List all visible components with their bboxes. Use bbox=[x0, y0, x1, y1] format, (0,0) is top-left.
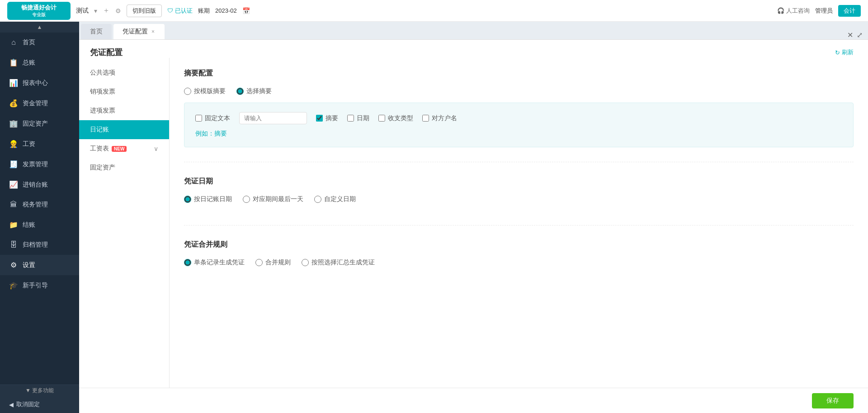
sidebar-item-payroll[interactable]: 👷 工资 bbox=[0, 134, 79, 154]
sidebar-item-tax[interactable]: 🏛 税务管理 bbox=[0, 195, 79, 215]
checkbox-counterparty-label[interactable]: 对方户名 bbox=[422, 114, 457, 122]
refresh-icon: ↻ bbox=[835, 49, 840, 56]
radio-template-input[interactable] bbox=[184, 88, 191, 95]
fixed-text-input[interactable] bbox=[239, 112, 307, 124]
checkbox-summary-input[interactable] bbox=[316, 115, 323, 122]
admin-label[interactable]: 管理员 bbox=[815, 7, 833, 15]
switch-version-button[interactable]: 切到旧版 bbox=[127, 5, 162, 17]
page-title: 凭证配置 bbox=[90, 47, 123, 58]
sidebar-item-label: 新手引导 bbox=[23, 282, 48, 290]
example-text: 例如：摘要 bbox=[195, 130, 842, 138]
tab-expand-icon[interactable]: ⤢ bbox=[857, 31, 863, 39]
bottom-save-bar: 保存 bbox=[79, 388, 868, 413]
sales-ledger-icon: 📈 bbox=[9, 180, 18, 189]
radio-journal-date-input[interactable] bbox=[184, 196, 191, 203]
radio-single-text: 单条记录生成凭证 bbox=[194, 258, 245, 267]
accountant-button[interactable]: 会计 bbox=[838, 5, 861, 17]
left-nav-public[interactable]: 公共选项 bbox=[79, 63, 169, 82]
radio-single-label[interactable]: 单条记录生成凭证 bbox=[184, 258, 245, 267]
sidebar-item-sales-ledger[interactable]: 📈 进销台账 bbox=[0, 174, 79, 195]
tab-close-icon[interactable]: × bbox=[151, 28, 156, 35]
sidebar-item-label: 固定资产 bbox=[23, 120, 48, 128]
sidebar-item-label: 总账 bbox=[23, 59, 35, 67]
radio-custom-date-label[interactable]: 自定义日期 bbox=[314, 195, 356, 203]
radio-aggregate-label[interactable]: 按照选择汇总生成凭证 bbox=[302, 258, 375, 267]
logo-subtitle: 专业版 bbox=[32, 12, 46, 18]
tab-bar-actions: ✕ ⤢ bbox=[842, 31, 868, 39]
sidebar: ▲ ⌂ 首页 📋 总账 📊 报表中心 💰 资金管理 🏢 固定资产 👷 工资 🧾 … bbox=[0, 22, 79, 413]
radio-select-text: 选择摘要 bbox=[246, 87, 272, 95]
radio-select-label[interactable]: 选择摘要 bbox=[236, 87, 272, 95]
checkbox-fixed-text-label[interactable]: 固定文本 bbox=[195, 114, 230, 122]
sidebar-scroll-up[interactable]: ▲ bbox=[0, 22, 79, 33]
gear-icon[interactable]: ⚙ bbox=[115, 7, 121, 14]
ledger-icon: 📋 bbox=[9, 58, 18, 67]
checkbox-counterparty-text: 对方户名 bbox=[432, 114, 457, 122]
section-abstract-title: 摘要配置 bbox=[184, 69, 854, 78]
checkbox-counterparty-input[interactable] bbox=[422, 115, 429, 122]
radio-aggregate-input[interactable] bbox=[302, 259, 309, 266]
tab-home[interactable]: 首页 bbox=[81, 24, 112, 39]
right-content: 摘要配置 按模版摘要 选择摘要 bbox=[170, 58, 868, 388]
sidebar-item-label: 税务管理 bbox=[23, 201, 48, 209]
page-content: 凭证配置 ↻ 刷新 公共选项 销项发票 bbox=[79, 40, 868, 413]
radio-custom-date-input[interactable] bbox=[314, 196, 321, 203]
sidebar-item-label: 结账 bbox=[23, 221, 35, 229]
checkbox-summary-text: 摘要 bbox=[326, 114, 338, 122]
sidebar-item-guide[interactable]: 🎓 新手引导 bbox=[0, 275, 79, 296]
radio-last-day-input[interactable] bbox=[243, 196, 250, 203]
left-nav: 公共选项 销项发票 进项发票 日记账 工资表 bbox=[79, 58, 170, 388]
calendar-icon[interactable]: 📅 bbox=[242, 7, 250, 14]
sidebar-item-closing[interactable]: 📁 结账 bbox=[0, 215, 79, 235]
radio-single-input[interactable] bbox=[184, 259, 191, 266]
checkbox-pay-type-input[interactable] bbox=[378, 115, 385, 122]
left-nav-journal[interactable]: 日记账 bbox=[79, 120, 169, 139]
tab-bar: 首页 凭证配置 × ✕ ⤢ bbox=[79, 22, 868, 40]
radio-template-label[interactable]: 按模版摘要 bbox=[184, 87, 226, 95]
tab-close-window-icon[interactable]: ✕ bbox=[847, 31, 853, 39]
sidebar-item-label: 设置 bbox=[23, 261, 35, 269]
left-nav-purchase-invoice[interactable]: 进项发票 bbox=[79, 101, 169, 120]
company-dropdown-icon[interactable]: ▾ bbox=[94, 7, 97, 14]
radio-select-input[interactable] bbox=[236, 88, 244, 95]
example-prefix: 例如： bbox=[195, 130, 214, 137]
checkbox-fixed-text-input[interactable] bbox=[195, 115, 202, 122]
date-radio-group: 按日记账日期 对应期间最后一天 自定义日期 bbox=[184, 195, 854, 203]
section-merge: 凭证合并规则 单条记录生成凭证 合并规则 bbox=[184, 240, 854, 288]
shield-icon: 🛡 bbox=[167, 7, 173, 14]
left-nav-fixed-assets[interactable]: 固定资产 bbox=[79, 158, 169, 177]
radio-merge-input[interactable] bbox=[255, 259, 263, 266]
left-nav-payroll-table[interactable]: 工资表 NEW ∨ bbox=[79, 139, 169, 158]
checkbox-summary-label[interactable]: 摘要 bbox=[316, 114, 338, 122]
cancel-fixed-button[interactable]: ◀ 取消固定 bbox=[0, 396, 79, 413]
cancel-fixed-label: 取消固定 bbox=[16, 400, 40, 408]
sidebar-item-settings[interactable]: ⚙ 设置 bbox=[0, 255, 79, 275]
tab-voucher-config[interactable]: 凭证配置 × bbox=[113, 24, 165, 39]
checkbox-date-label[interactable]: 日期 bbox=[347, 114, 369, 122]
save-button[interactable]: 保存 bbox=[812, 393, 854, 408]
sidebar-item-label: 工资 bbox=[23, 140, 35, 148]
sidebar-item-ledger[interactable]: 📋 总账 bbox=[0, 52, 79, 73]
sidebar-item-label: 首页 bbox=[23, 38, 35, 47]
refresh-button[interactable]: ↻ 刷新 bbox=[835, 48, 854, 56]
content-area: 首页 凭证配置 × ✕ ⤢ 凭证配置 ↻ 刷新 bbox=[79, 22, 868, 413]
sidebar-item-archive[interactable]: 🗄 归档管理 bbox=[0, 235, 79, 255]
radio-aggregate-text: 按照选择汇总生成凭证 bbox=[311, 258, 375, 267]
sidebar-item-assets[interactable]: 🏢 固定资产 bbox=[0, 113, 79, 134]
add-icon[interactable]: ＋ bbox=[103, 6, 110, 15]
checkbox-pay-type-label[interactable]: 收支类型 bbox=[378, 114, 413, 122]
sidebar-item-invoice[interactable]: 🧾 发票管理 bbox=[0, 154, 79, 174]
sidebar-item-reports[interactable]: 📊 报表中心 bbox=[0, 73, 79, 93]
consulting-button[interactable]: 🎧 人工咨询 bbox=[777, 7, 810, 15]
radio-merge-label[interactable]: 合并规则 bbox=[255, 258, 291, 267]
sidebar-item-funds[interactable]: 💰 资金管理 bbox=[0, 93, 79, 113]
verified-badge: 🛡 已认证 bbox=[167, 7, 193, 15]
checkbox-fixed-text-label-text: 固定文本 bbox=[205, 114, 230, 122]
sidebar-scroll-down[interactable]: ▼ 更多功能 bbox=[0, 385, 79, 396]
section-date: 凭证日期 按日记账日期 对应期间最后一天 bbox=[184, 177, 854, 225]
checkbox-date-input[interactable] bbox=[347, 115, 354, 122]
radio-last-day-label[interactable]: 对应期间最后一天 bbox=[243, 195, 303, 203]
radio-journal-date-label[interactable]: 按日记账日期 bbox=[184, 195, 232, 203]
left-nav-sales-invoice[interactable]: 销项发票 bbox=[79, 82, 169, 101]
sidebar-item-home[interactable]: ⌂ 首页 bbox=[0, 33, 79, 52]
